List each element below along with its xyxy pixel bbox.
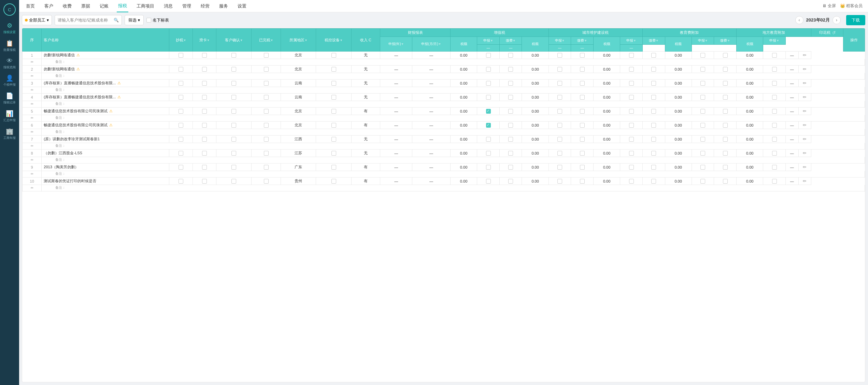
cell-zengjia-shenbao[interactable]: [477, 136, 500, 143]
next-month-button[interactable]: ›: [833, 16, 841, 24]
sidebar-item-gongshangnian-bao[interactable]: 🏢 工商年报: [0, 125, 19, 143]
checkbox[interactable]: [723, 67, 728, 72]
cell-cweihu-shenbao[interactable]: [549, 122, 571, 129]
cell-jiaoyu-shenbao[interactable]: [620, 52, 643, 59]
checkbox[interactable]: [557, 123, 562, 128]
cell-cweihu-shenbao[interactable]: [549, 136, 571, 143]
remark-edit-icon[interactable]: ✏: [23, 129, 42, 136]
checkbox[interactable]: [557, 165, 562, 170]
cell-caozuo[interactable]: ✏: [798, 94, 811, 101]
cell-kehuqueren[interactable]: [216, 163, 252, 171]
cell-huaka[interactable]: [193, 122, 216, 129]
cell-jiaoyu-jiaofei[interactable]: [642, 94, 665, 101]
checkbox[interactable]: [723, 151, 728, 156]
nav-baoshui[interactable]: 报税: [117, 0, 128, 12]
checkbox[interactable]: [580, 179, 585, 184]
checkbox[interactable]: [723, 109, 728, 114]
cell-kongzhi[interactable]: [316, 52, 351, 59]
cell-caozuo[interactable]: ✏: [798, 66, 811, 73]
cell-jiaoyu-jiaofei[interactable]: [642, 163, 665, 171]
checkbox[interactable]: [508, 123, 513, 128]
checkbox[interactable]: [723, 137, 728, 142]
cell-zengjia-shenbao[interactable]: [477, 163, 500, 171]
cell-defang-shenbao[interactable]: [692, 149, 714, 157]
cell-chaoshui[interactable]: [169, 177, 193, 185]
cell-kongzhi[interactable]: [316, 66, 351, 73]
cell-cweihu-jiaofei[interactable]: [571, 66, 594, 73]
cell-defang-jiaofei[interactable]: [714, 163, 737, 171]
checkbox[interactable]: [772, 179, 777, 184]
checkbox[interactable]: [580, 95, 585, 100]
sidebar-item-baoshui-jilu[interactable]: 📄 报税记录: [0, 89, 19, 107]
cell-chaoshui[interactable]: [169, 122, 193, 129]
checkbox[interactable]: [331, 67, 336, 72]
checkbox[interactable]: [651, 53, 656, 58]
vip-btn[interactable]: 👑 稻客会员: [840, 3, 863, 9]
cell-chaoshui[interactable]: [169, 136, 193, 143]
named-checkbox[interactable]: 名下标表: [146, 17, 169, 23]
filter-button[interactable]: 筛选 ▾: [125, 15, 144, 25]
sidebar-item-piliang-baoshui[interactable]: 📋 批量报税: [0, 37, 19, 55]
cell-huaka[interactable]: [193, 177, 216, 185]
cell-huaka[interactable]: [193, 108, 216, 115]
checkbox[interactable]: [557, 53, 562, 58]
checkbox[interactable]: [772, 109, 777, 114]
cell-huaka[interactable]: [193, 66, 216, 73]
checkbox[interactable]: [508, 151, 513, 156]
cell-zengjia-jiaofei[interactable]: [499, 80, 522, 87]
checkbox[interactable]: [580, 137, 585, 142]
checkbox[interactable]: [629, 179, 634, 184]
cell-huaka[interactable]: [193, 52, 216, 59]
cell-huaka[interactable]: [193, 163, 216, 171]
cell-cweihu-jiaofei[interactable]: [571, 108, 594, 115]
checkbox[interactable]: [700, 95, 705, 100]
remark-edit-icon[interactable]: ✏: [23, 59, 42, 66]
cell-kehuqueren[interactable]: [216, 136, 252, 143]
cell-chaoshui[interactable]: [169, 52, 193, 59]
remark-edit-icon[interactable]: ✏: [23, 157, 42, 163]
cell-defang-shenbao[interactable]: [692, 66, 714, 73]
checkbox[interactable]: [580, 81, 585, 86]
cell-zengjia-jiaofei[interactable]: [499, 122, 522, 129]
nav-shezhi[interactable]: 设置: [236, 0, 248, 12]
cell-zengjia-jiaofei[interactable]: [499, 136, 522, 143]
checkbox[interactable]: [629, 109, 634, 114]
remark-edit-icon[interactable]: ✏: [23, 171, 42, 177]
cell-defang-jiaofei[interactable]: [714, 177, 737, 185]
cell-zengjia-jiaofei[interactable]: [499, 163, 522, 171]
cell-cweihu-jiaofei[interactable]: [571, 177, 594, 185]
checkbox[interactable]: [651, 151, 656, 156]
checkbox[interactable]: [629, 165, 634, 170]
cell-kehuqueren[interactable]: [216, 66, 252, 73]
checkbox[interactable]: [580, 123, 585, 128]
cell-caozuo[interactable]: ✏: [798, 149, 811, 157]
checkbox[interactable]: [651, 109, 656, 114]
cell-huaka[interactable]: [193, 149, 216, 157]
checkbox[interactable]: [700, 123, 705, 128]
checkbox[interactable]: [179, 137, 183, 142]
cell-defang-jiaofei[interactable]: [714, 80, 737, 87]
checkbox[interactable]: [202, 95, 207, 100]
nav-shoufei[interactable]: 收费: [61, 0, 73, 12]
cell-yishenbao[interactable]: [252, 94, 281, 101]
cell-jiaoyu-jiaofei[interactable]: [642, 136, 665, 143]
checkbox[interactable]: [557, 95, 562, 100]
checkbox[interactable]: [264, 123, 269, 128]
checkbox[interactable]: [700, 165, 705, 170]
checkbox[interactable]: [179, 165, 183, 170]
checkbox[interactable]: [179, 95, 183, 100]
checkbox[interactable]: [580, 109, 585, 114]
cell-yishenbao[interactable]: [252, 163, 281, 171]
cell-yishenbao[interactable]: [252, 149, 281, 157]
cell-jiaoyu-jiaofei[interactable]: [642, 66, 665, 73]
checkbox[interactable]: [700, 67, 705, 72]
cell-zengjia-jiaofei[interactable]: [499, 177, 522, 185]
cell-defang-jiaofei[interactable]: [714, 149, 737, 157]
checkbox[interactable]: [580, 165, 585, 170]
cell-kongzhi[interactable]: [316, 177, 351, 185]
checkbox[interactable]: [580, 53, 585, 58]
cell-zengjia-shenbao[interactable]: [477, 66, 500, 73]
cell-kehuqueren[interactable]: [216, 94, 252, 101]
checkbox[interactable]: [331, 137, 336, 142]
sidebar-item-geshui-shenbao[interactable]: 👤 个税申报: [0, 72, 19, 89]
